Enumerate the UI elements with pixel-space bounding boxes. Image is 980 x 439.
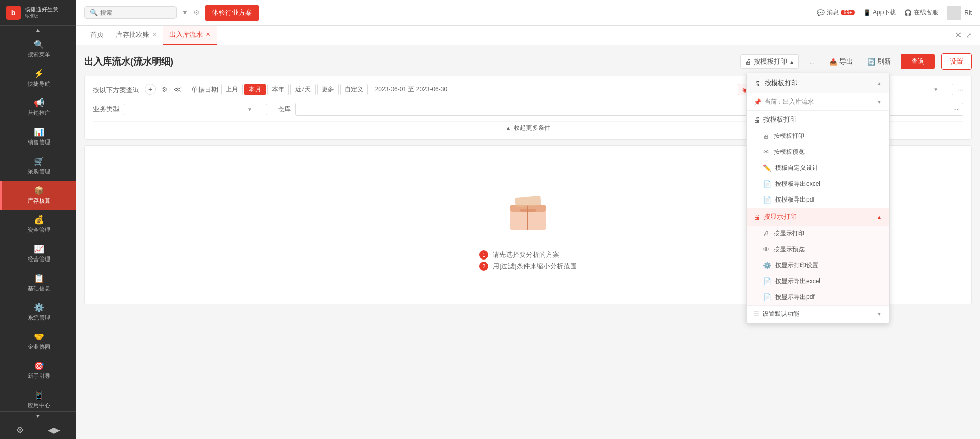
date-filter-group: 单据日期 上月 本月 本年 近7天 更多 自定义 2023-06-01 至 20… <box>191 84 738 97</box>
display-item-2[interactable]: ⚙️ 按显示打印设置 <box>747 257 889 273</box>
sidebar-item-system[interactable]: ⚙️ 系统管理 <box>0 297 76 327</box>
display-item-0[interactable]: 🖨 按显示打印 <box>747 226 889 242</box>
template-section-header[interactable]: 🖨 按模板打印 <box>747 111 889 128</box>
filter-label: 按以下方案查询 <box>93 84 140 95</box>
template-item-1[interactable]: 👁 按模板预览 <box>747 144 889 160</box>
message-label: 消息 <box>827 8 839 17</box>
sidebar-bottom: ⚙ ◀▶ <box>0 421 76 439</box>
sidebar-item-search[interactable]: 🔍 搜索菜单 <box>0 34 76 64</box>
date-btn-more[interactable]: 更多 <box>317 84 339 95</box>
date-btn-this-month[interactable]: 本月 <box>244 84 266 95</box>
tab-batch-account[interactable]: 库存批次账 ✕ <box>110 26 163 45</box>
current-icon: 📌 <box>754 98 761 106</box>
sidebar-item-quick-nav[interactable]: ⚡ 快捷导航 <box>0 64 76 93</box>
display-item-label-2: 按显示打印设置 <box>775 261 818 270</box>
footer-label: ☰ 设置默认功能 <box>754 310 799 318</box>
template-item-label-0: 按模板打印 <box>774 132 805 141</box>
template-label-text: 按模板打印 <box>763 115 797 124</box>
topbar-settings-icon[interactable]: ⚙ <box>193 9 200 16</box>
online-service-btn[interactable]: 🎧 在线客服 <box>904 8 938 17</box>
tab-window-controls: ✕ ⤢ <box>955 30 972 40</box>
template-item-0[interactable]: 🖨 按模板打印 <box>747 128 889 144</box>
template-item-4[interactable]: 📄 按模板导出pdf <box>747 192 889 208</box>
date-btn-last-month[interactable]: 上月 <box>221 84 243 95</box>
sidebar-item-app-center[interactable]: 📱 应用中心 <box>0 385 76 411</box>
sidebar-item-marketing[interactable]: 📢 营销推广 <box>0 93 76 122</box>
sidebar-scroll-up[interactable]: ▲ <box>0 26 76 34</box>
step-num-2: 2 <box>479 262 488 271</box>
dropdown-footer[interactable]: ☰ 设置默认功能 ▼ <box>747 306 889 323</box>
headset-icon: 🎧 <box>904 9 912 16</box>
sidebar-scroll-down[interactable]: ▼ <box>0 411 76 421</box>
industry-btn[interactable]: 体验行业方案 <box>205 5 259 21</box>
sidebar: b 畅捷通好生意 标准版 ▲ 🔍 搜索菜单 ⚡ 快捷导航 📢 营销推广 📊 <box>0 0 76 439</box>
app-download-btn[interactable]: 📱 App下载 <box>863 8 896 17</box>
display-item-4[interactable]: 📄 按显示导出pdf <box>747 289 889 305</box>
empty-hints: 1 请先选择要分析的方案 2 用[过滤]条件来缩小分析范围 <box>479 248 576 273</box>
sidebar-item-corp-collab[interactable]: 🤝 企业协同 <box>0 327 76 356</box>
sidebar-item-beginner[interactable]: 🎯 新手引导 <box>0 356 76 385</box>
search-input[interactable] <box>100 9 167 16</box>
sidebar-item-label: 基础信息 <box>28 285 50 292</box>
template-item-2[interactable]: ✏️ 模板自定义设计 <box>747 160 889 176</box>
filter-collapse-btn[interactable]: ≪ <box>173 85 181 93</box>
refresh-btn[interactable]: 🔄 刷新 <box>863 55 895 68</box>
display-item-icon-3: 📄 <box>763 277 771 285</box>
tab-batch-account-close[interactable]: ✕ <box>152 31 157 38</box>
query-btn[interactable]: 查询 <box>901 54 935 69</box>
doc-type-more[interactable]: ··· <box>957 86 963 93</box>
warehouse-label: 仓库 <box>278 105 291 114</box>
setting-btn[interactable]: 设置 <box>941 53 972 70</box>
username: Rit <box>964 9 972 16</box>
date-btn-this-year[interactable]: 本年 <box>267 84 289 95</box>
display-item-label-1: 按显示预览 <box>774 245 805 254</box>
message-icon: 💬 <box>817 9 825 16</box>
date-range-text: 2023-06-01 至 2023-06-30 <box>375 85 447 94</box>
export-btn[interactable]: 📤 导出 <box>825 55 857 68</box>
template-item-icon-0: 🖨 <box>763 132 770 140</box>
display-icon: 🖨 <box>754 213 760 221</box>
sidebar-item-finance[interactable]: 💰 资金管理 <box>0 210 76 239</box>
filter-settings-btn[interactable]: ⚙ <box>159 84 170 95</box>
display-item-1[interactable]: 👁 按显示预览 <box>747 242 889 257</box>
display-item-icon-1: 👁 <box>763 246 770 253</box>
user-avatar-area[interactable]: Rit <box>947 6 972 20</box>
sidebar-item-inventory[interactable]: 📦 库存核算 <box>0 181 76 210</box>
tab-flow[interactable]: 出入库流水 ✕ <box>163 26 217 45</box>
dropdown-current[interactable]: 📌 当前：出入库流水 ▼ <box>747 93 889 111</box>
print-icon: 🖨 <box>745 58 752 66</box>
biz-type-select[interactable]: ▼ <box>124 104 267 115</box>
sidebar-item-label: 库存核算 <box>28 197 50 205</box>
tab-close-icon[interactable]: ✕ <box>955 30 962 40</box>
sidebar-item-label: 新手引导 <box>28 372 50 380</box>
display-chevron-icon: ▲ <box>877 214 882 220</box>
date-btn-7days[interactable]: 近7天 <box>290 84 316 95</box>
topbar-left: 🔍 ▼ ⚙ 体验行业方案 <box>84 5 259 21</box>
topbar-dropdown-icon[interactable]: ▼ <box>182 9 188 16</box>
sidebar-item-operations[interactable]: 📈 经营管理 <box>0 239 76 268</box>
filter-add-btn[interactable]: + <box>145 84 156 95</box>
display-section: 🖨 按显示打印 ▲ 🖨 按显示打印 👁 按显 <box>747 208 889 306</box>
tab-home[interactable]: 首页 <box>84 26 110 45</box>
search-nav-icon: 🔍 <box>34 39 44 49</box>
sidebar-item-purchase[interactable]: 🛒 采购管理 <box>0 151 76 181</box>
date-btn-custom[interactable]: 自定义 <box>340 84 368 95</box>
sidebar-item-basic-info[interactable]: 📋 基础信息 <box>0 268 76 297</box>
dropdown-header[interactable]: 🖨 按模板打印 ▲ <box>747 73 889 93</box>
display-section-header[interactable]: 🖨 按显示打印 ▲ <box>747 208 889 226</box>
settings-icon[interactable]: ⚙ <box>16 425 24 435</box>
display-section-label: 🖨 按显示打印 <box>754 212 797 222</box>
template-item-3[interactable]: 📄 按模板导出excel <box>747 176 889 192</box>
print-template-btn[interactable]: 🖨 按模板打印 ▲ <box>740 54 799 69</box>
tab-expand-icon[interactable]: ⤢ <box>966 31 972 39</box>
display-item-3[interactable]: 📄 按显示导出excel <box>747 273 889 289</box>
dropdown-current-label: 📌 当前：出入库流水 <box>754 97 814 106</box>
tab-flow-close[interactable]: ✕ <box>206 31 210 38</box>
sidebar-item-sales[interactable]: 📊 销售管理 <box>0 122 76 151</box>
template-item-icon-2: ✏️ <box>763 164 771 172</box>
current-chevron: ▼ <box>877 99 882 105</box>
message-btn[interactable]: 💬 消息 99+ <box>817 8 855 17</box>
collapse-sidebar-icon[interactable]: ◀▶ <box>48 425 60 435</box>
sidebar-item-label: 快捷导航 <box>28 80 50 88</box>
more-btn[interactable]: ... <box>805 56 819 68</box>
